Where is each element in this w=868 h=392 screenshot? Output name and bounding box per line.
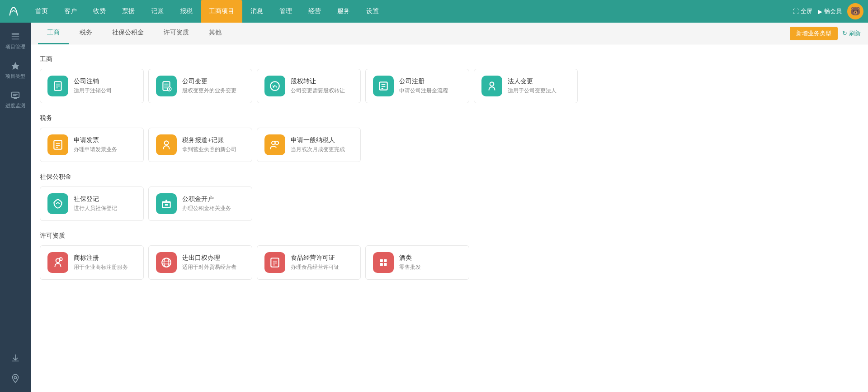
card-info-food-license: 食品经营许可证 办理食品经营许可证 [291, 254, 340, 271]
nav-settings[interactable]: 设置 [358, 0, 387, 23]
card-trademark[interactable]: R 商标注册 用于企业商标注册服务 [40, 245, 144, 280]
nav-message[interactable]: 消息 [242, 0, 271, 23]
vip-icon: ▶ [818, 8, 822, 15]
card-icon-company-change [156, 76, 177, 96]
cards-xuke: R 商标注册 用于企业商标注册服务 [40, 245, 859, 280]
nav-manage[interactable]: 管理 [271, 0, 300, 23]
sidebar-item-project-type[interactable]: 项目类型 [2, 57, 29, 84]
card-icon-trademark: R [47, 252, 68, 273]
location-icon-button[interactable] [7, 370, 24, 387]
card-alcohol[interactable]: 酒类 零售批发 [365, 245, 469, 280]
card-desc-equity-transfer: 公司变更需要股权转让 [291, 87, 345, 95]
content-scroll[interactable]: 工商 公司注销 适用于注销公 [31, 44, 868, 392]
section-title-xuke: 许可资质 [40, 232, 859, 240]
tab-other[interactable]: 其他 [200, 23, 231, 44]
nav-customer[interactable]: 客户 [56, 0, 85, 23]
card-icon-food-license [264, 252, 285, 273]
list-icon [10, 32, 20, 42]
card-desc-social-insurance: 进行人员社保登记 [74, 205, 117, 212]
card-food-license[interactable]: 食品经营许可证 办理食品经营许可证 [257, 245, 361, 280]
card-info-company-change: 公司变更 股权变更外的业务变更 [182, 77, 236, 95]
card-title-company-change: 公司变更 [182, 77, 236, 86]
card-title-alcohol: 酒类 [399, 254, 421, 262]
card-info-import-export: 进出口权办理 适用于对外贸易经营者 [182, 254, 236, 271]
section-xuke: 许可资质 R 商标注册 用于企 [40, 232, 859, 280]
card-icon-general-taxpayer [264, 134, 285, 155]
nav-service[interactable]: 服务 [329, 0, 358, 23]
nav-fee[interactable]: 收费 [85, 0, 114, 23]
sidebar-bottom [7, 350, 24, 392]
card-social-insurance[interactable]: 社保登记 进行人员社保登记 [40, 186, 144, 221]
card-desc-trademark: 用于企业商标注册服务 [74, 263, 128, 271]
svg-point-31 [165, 200, 167, 201]
svg-text:R: R [60, 258, 61, 261]
card-desc-apply-invoice: 办理申请发票业务 [74, 146, 117, 153]
vip-label: 畅会员 [824, 7, 842, 15]
refresh-button[interactable]: ↻ 刷新 [842, 29, 861, 38]
card-info-social-insurance: 社保登记 进行人员社保登记 [74, 195, 117, 212]
section-shuiwu: 税务 申请发票 办理申请发票 [40, 114, 859, 162]
vip-button[interactable]: ▶ 畅会员 [818, 7, 842, 15]
card-desc-company-change: 股权变更外的业务变更 [182, 87, 236, 95]
cards-shuiwu: 申请发票 办理申请发票业务 税务报道+记账 [40, 128, 859, 162]
tab-shebao[interactable]: 社保公积金 [103, 23, 153, 44]
card-general-taxpayer[interactable]: 申请一般纳税人 当月或次月成变更完成 [257, 128, 361, 162]
nav-accounting[interactable]: 记账 [143, 0, 172, 23]
add-type-button[interactable]: 新增业务类型 [790, 27, 838, 40]
svg-point-36 [164, 258, 169, 267]
nav-operation[interactable]: 经营 [300, 0, 329, 23]
card-desc-legal-change: 适用于公司变更法人 [508, 87, 557, 95]
nav-tax[interactable]: 报税 [172, 0, 201, 23]
card-title-tax-accounting: 税务报道+记账 [182, 136, 236, 144]
cards-gongshang: 公司注销 适用于注销公司 [40, 69, 859, 103]
sidebar-item-progress-monitor[interactable]: 进度监测 [2, 86, 29, 114]
card-title-company-register: 公司注册 [399, 77, 448, 86]
card-icon-legal-change [481, 76, 502, 96]
card-desc-general-taxpayer: 当月或次月成变更完成 [291, 146, 345, 153]
card-title-trademark: 商标注册 [74, 254, 128, 262]
card-title-housing-fund: 公积金开户 [182, 195, 231, 203]
card-company-change[interactable]: 公司变更 股权变更外的业务变更 [148, 69, 252, 103]
svg-rect-39 [271, 258, 278, 267]
svg-rect-44 [384, 259, 387, 262]
svg-point-27 [272, 141, 275, 145]
card-company-cancel[interactable]: 公司注销 适用于注销公司 [40, 69, 144, 103]
content-area: 工商 税务 社保公积金 许可资质 其他 新增业务类型 ↻ 刷新 工商 [31, 23, 868, 392]
nav-business[interactable]: 工商项目 [201, 0, 242, 23]
card-tax-accounting[interactable]: 税务报道+记账 拿到营业执照的新公司 [148, 128, 252, 162]
nav-home[interactable]: 首页 [27, 0, 56, 23]
card-info-tax-accounting: 税务报道+记账 拿到营业执照的新公司 [182, 136, 236, 153]
card-icon-housing-fund [156, 193, 177, 214]
card-company-register[interactable]: 公司注册 申请公司注册全流程 [365, 69, 469, 103]
mascot-avatar: 🐻 [847, 3, 863, 19]
card-apply-invoice[interactable]: 申请发票 办理申请发票业务 [40, 128, 144, 162]
card-equity-transfer[interactable]: ¥ 股权转让 公司变更需要股权转让 [257, 69, 361, 103]
card-legal-change[interactable]: 法人变更 适用于公司变更法人 [474, 69, 578, 103]
tab-shuiwu[interactable]: 税务 [71, 23, 101, 44]
card-info-company-register: 公司注册 申请公司注册全流程 [399, 77, 448, 95]
fullscreen-button[interactable]: ⛶ 全屏 [793, 7, 812, 15]
cards-shebao: 社保登记 进行人员社保登记 [40, 186, 859, 221]
card-title-legal-change: 法人变更 [508, 77, 557, 86]
tab-gongshang[interactable]: 工商 [38, 23, 69, 44]
download-icon-button[interactable] [7, 350, 24, 367]
card-desc-food-license: 办理食品经营许可证 [291, 263, 340, 271]
card-title-social-insurance: 社保登记 [74, 195, 117, 203]
tab-xuke[interactable]: 许可资质 [155, 23, 198, 44]
top-navigation: 首页 客户 收费 票据 记账 报税 工商项目 消息 管理 经营 服务 设置 ⛶ … [0, 0, 868, 23]
svg-rect-45 [380, 263, 383, 266]
nav-bill[interactable]: 票据 [114, 0, 143, 23]
svg-rect-5 [14, 98, 17, 99]
card-import-export[interactable]: 进出口权办理 适用于对外贸易经营者 [148, 245, 252, 280]
card-info-trademark: 商标注册 用于企业商标注册服务 [74, 254, 128, 271]
card-info-company-cancel: 公司注销 适用于注销公司 [74, 77, 112, 95]
star-icon [10, 61, 20, 71]
card-icon-apply-invoice [47, 134, 68, 155]
nav-items: 首页 客户 收费 票据 记账 报税 工商项目 消息 管理 经营 服务 设置 [27, 0, 793, 23]
card-housing-fund[interactable]: 公积金开户 办理公积金相关业务 [148, 186, 252, 221]
card-desc-tax-accounting: 拿到营业执照的新公司 [182, 146, 236, 153]
card-info-alcohol: 酒类 零售批发 [399, 254, 421, 271]
tabs-row: 工商 税务 社保公积金 许可资质 其他 新增业务类型 ↻ 刷新 [31, 23, 868, 44]
sidebar-item-project-management[interactable]: 项目管理 [2, 27, 29, 55]
svg-rect-46 [384, 263, 387, 266]
